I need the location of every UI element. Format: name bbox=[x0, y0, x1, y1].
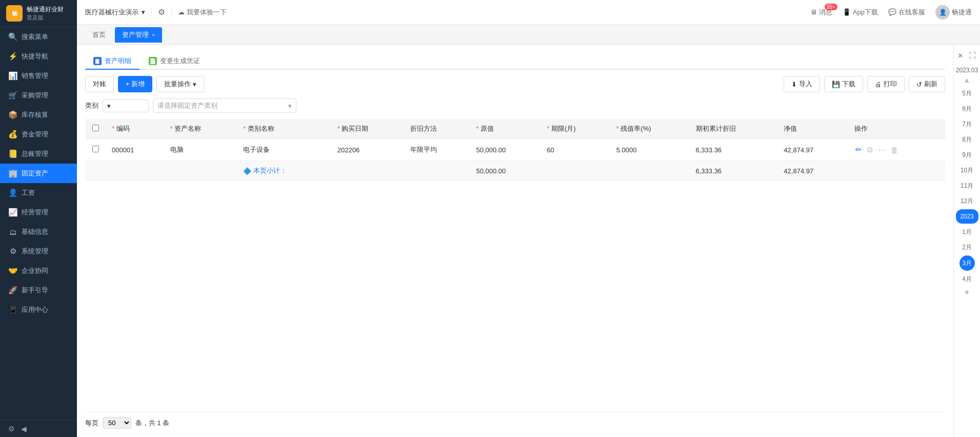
sidebar-item-operations[interactable]: 📈 经营管理 bbox=[0, 203, 77, 222]
sidebar-item-fixed-assets[interactable]: 🏢 固定资产 bbox=[0, 164, 77, 183]
print-button[interactable]: 🖨 打印 bbox=[867, 76, 905, 92]
settings-icon[interactable]: ⚙ bbox=[158, 7, 165, 17]
category-filter-label: 类别 bbox=[85, 101, 98, 110]
more-button[interactable]: ⋯ bbox=[877, 144, 887, 155]
sidebar-item-label: 销售管理 bbox=[22, 71, 48, 81]
panel-controls: × ⛶ bbox=[954, 49, 980, 63]
sidebar-item-basic-info[interactable]: 🗂 基础信息 bbox=[0, 222, 77, 242]
th-depreciation-method: 折旧方法 bbox=[404, 119, 470, 139]
app-download-label: App下载 bbox=[853, 8, 878, 17]
batch-ops-button[interactable]: 批量操作 ▾ bbox=[156, 76, 204, 92]
sidebar-header: 畅 畅捷通好业财 普及版 bbox=[0, 0, 77, 27]
sidebar-item-label: 企业协同 bbox=[22, 266, 48, 275]
month-item-5[interactable]: 5月 bbox=[956, 86, 978, 101]
month-item-6[interactable]: 6月 bbox=[956, 102, 978, 116]
month-item-4[interactable]: 4月 bbox=[956, 272, 978, 286]
sidebar-item-app-center[interactable]: 📱 应用中心 bbox=[0, 300, 77, 320]
sidebar-item-sales[interactable]: 📊 销售管理 bbox=[0, 66, 77, 86]
toolbar-right: ⬇ 导入 💾 下载 🖨 打印 ↺ 刷新 bbox=[784, 76, 945, 92]
filter-row: 类别 ▾ 请选择固定资产类别 ▾ bbox=[85, 98, 945, 113]
collapse-sidebar-icon[interactable]: ◀ bbox=[21, 425, 27, 433]
download-button[interactable]: 💾 下载 bbox=[824, 76, 863, 92]
tab-asset-mgmt[interactable]: 资产管理 × bbox=[115, 27, 162, 43]
month-item-2[interactable]: 2月 bbox=[956, 240, 978, 254]
month-item-8[interactable]: 8月 bbox=[956, 132, 978, 147]
month-item-12[interactable]: 12月 bbox=[956, 194, 978, 208]
panel-expand-button[interactable]: ⛶ bbox=[967, 49, 978, 63]
select-all-checkbox[interactable] bbox=[92, 125, 99, 131]
month-item-9[interactable]: 9月 bbox=[956, 148, 978, 162]
messages-btn[interactable]: 🖥 消息 99+ bbox=[810, 8, 832, 17]
app-download-icon: 📱 bbox=[843, 8, 851, 16]
copy-button[interactable]: ⧉ bbox=[866, 144, 874, 155]
user-menu[interactable]: 👤 畅捷通 bbox=[935, 5, 972, 19]
inner-tab-asset-detail[interactable]: 📋 资产明细 bbox=[85, 53, 139, 70]
subtotal-net-value: 42,874.97 bbox=[777, 161, 848, 181]
refresh-button[interactable]: ↺ 刷新 bbox=[909, 76, 945, 92]
th-checkbox bbox=[85, 119, 106, 139]
sidebar-item-finance[interactable]: 💰 资金管理 bbox=[0, 125, 77, 144]
basic-info-icon: 🗂 bbox=[8, 227, 17, 236]
import-label: 导入 bbox=[799, 80, 812, 89]
experience-btn[interactable]: ☁ 我要体验一下 bbox=[178, 8, 227, 17]
panel-close-button[interactable]: × bbox=[956, 49, 965, 63]
new-label: + 新增 bbox=[126, 80, 145, 89]
sidebar-item-purchase[interactable]: 🛒 采购管理 bbox=[0, 86, 77, 105]
sidebar-item-label: 工资 bbox=[22, 188, 35, 197]
pagination: 每页 50 10 20 100 条，共 1 条 bbox=[85, 411, 945, 429]
app-download-btn[interactable]: 📱 App下载 bbox=[843, 8, 878, 17]
company-dropdown-icon: ▾ bbox=[142, 8, 145, 16]
topbar-right: 🖥 消息 99+ 📱 App下载 💬 在线客服 👤 畅捷通 bbox=[810, 5, 972, 19]
month-item-3-active[interactable]: 3月 bbox=[959, 255, 975, 271]
inner-tab-bar: 📋 资产明细 📄 变更生成凭证 bbox=[85, 53, 945, 70]
th-purchase-date: 购买日期 bbox=[331, 119, 405, 139]
download-label: 下载 bbox=[842, 80, 855, 89]
sidebar-item-system[interactable]: ⚙ 系统管理 bbox=[0, 242, 77, 261]
sidebar-item-search[interactable]: 🔍 搜索菜单 bbox=[0, 27, 77, 47]
sidebar-item-quick-nav[interactable]: ⚡ 快捷导航 bbox=[0, 47, 77, 66]
subtotal-original-value: 50,000.00 bbox=[470, 161, 541, 181]
month-item-7[interactable]: 7月 bbox=[956, 117, 978, 131]
reconcile-button[interactable]: 对账 bbox=[85, 76, 114, 92]
edit-button[interactable]: ✏ bbox=[854, 144, 863, 155]
change-voucher-tab-icon: 📄 bbox=[149, 57, 157, 65]
sidebar-item-enterprise[interactable]: 🤝 企业协同 bbox=[0, 261, 77, 281]
subtotal-row: 🔷 本页小计： 50,000.00 6,333.36 42,874.97 bbox=[85, 161, 945, 181]
finance-icon: 💰 bbox=[8, 130, 17, 139]
online-service-btn[interactable]: 💬 在线客服 bbox=[888, 8, 925, 17]
th-period: 期限(月) bbox=[541, 119, 610, 139]
inner-tab-change-voucher[interactable]: 📄 变更生成凭证 bbox=[141, 53, 208, 70]
tab-home[interactable]: 首页 bbox=[85, 27, 113, 43]
asset-table-wrap: 编码 资产名称 类别名称 购买日期 折旧方法 原值 期限(月) 残值率(%) 期… bbox=[85, 119, 945, 411]
panel-scroll-up-icon[interactable]: ▲ bbox=[964, 76, 971, 84]
app-edition: 普及版 bbox=[27, 14, 64, 21]
month-item-10[interactable]: 10月 bbox=[956, 163, 978, 177]
new-button[interactable]: + 新增 bbox=[118, 76, 152, 92]
row-depreciation-method: 年限平均 bbox=[404, 139, 470, 161]
sidebar-item-payroll[interactable]: 👤 工资 bbox=[0, 183, 77, 203]
action-btns: ✏ ⧉ ⋯ 🗑 bbox=[854, 144, 939, 155]
row-period: 60 bbox=[541, 139, 610, 161]
panel-scroll-down-icon[interactable]: ▼ bbox=[964, 288, 971, 296]
sidebar-item-inventory[interactable]: 📦 库存核算 bbox=[0, 105, 77, 125]
company-selector[interactable]: 医疗器械行业演示 ▾ bbox=[85, 8, 145, 17]
settings-footer-icon[interactable]: ⚙ bbox=[8, 425, 15, 433]
tab-asset-mgmt-label: 资产管理 bbox=[122, 30, 149, 39]
year-2023-label[interactable]: 2023 bbox=[956, 209, 978, 224]
import-button[interactable]: ⬇ 导入 bbox=[784, 76, 820, 92]
row-checkbox[interactable] bbox=[92, 146, 99, 152]
month-item-11[interactable]: 11月 bbox=[956, 178, 978, 193]
month-item-1[interactable]: 1月 bbox=[956, 225, 978, 239]
experience-label: 我要体验一下 bbox=[187, 8, 227, 17]
sidebar-item-guide[interactable]: 🚀 新手引导 bbox=[0, 281, 77, 300]
category-filter-input[interactable]: 请选择固定资产类别 ▾ bbox=[153, 98, 296, 113]
reconcile-label: 对账 bbox=[93, 80, 106, 89]
sidebar-item-ledger[interactable]: 📒 总账管理 bbox=[0, 144, 77, 164]
category-filter-select[interactable]: ▾ bbox=[103, 100, 149, 112]
delete-button[interactable]: 🗑 bbox=[890, 145, 899, 155]
tab-close-icon[interactable]: × bbox=[152, 32, 155, 38]
per-page-select[interactable]: 50 10 20 100 bbox=[103, 417, 131, 429]
th-actions: 操作 bbox=[848, 119, 945, 139]
download-icon: 💾 bbox=[832, 81, 840, 88]
category-select-value: ▾ bbox=[107, 102, 111, 110]
